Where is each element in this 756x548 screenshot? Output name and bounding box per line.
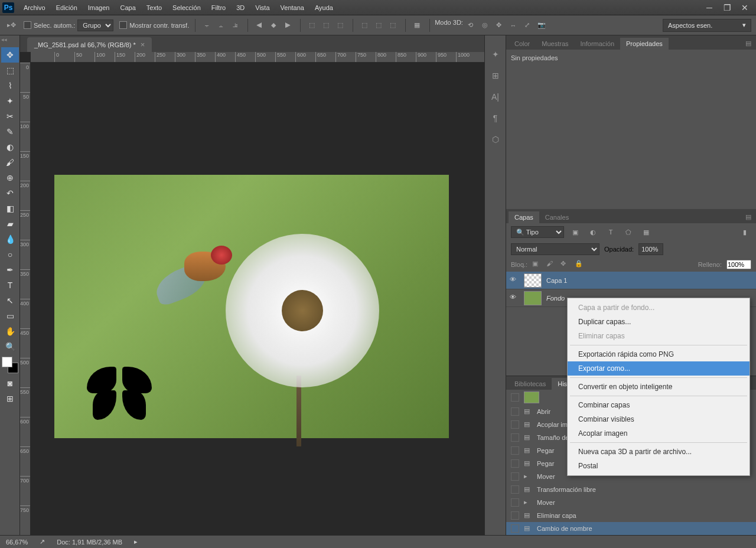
dist-4-icon[interactable]: ⬚ [358,19,371,32]
path-tool[interactable]: ↖ [1,293,19,308]
3d-scale-icon[interactable]: ⤢ [521,19,534,32]
close-button[interactable]: ✕ [736,1,754,14]
history-check[interactable] [511,433,519,442]
menu-item[interactable]: Combinar visibles [568,412,750,426]
layer-row[interactable]: 👁Capa 1 [506,272,756,289]
magic-wand-tool[interactable]: ✦ [1,93,19,109]
panel-menu-icon[interactable]: ▤ [743,211,754,223]
blur-tool[interactable]: 💧 [1,231,19,247]
maximize-button[interactable]: ❐ [718,1,736,14]
menu-ayuda[interactable]: Ayuda [310,2,338,13]
zoom-tool[interactable]: 🔍 [1,339,19,354]
history-item[interactable]: ▸Mover [506,496,756,509]
history-check[interactable] [511,420,519,429]
show-transform-checkbox[interactable] [119,21,127,29]
history-check[interactable] [511,485,519,494]
3d-orbit-icon[interactable]: ⟲ [464,19,477,32]
eraser-tool[interactable]: ◧ [1,201,19,216]
visibility-icon[interactable]: 👁 [510,276,519,285]
canvas[interactable] [31,63,484,535]
auto-select-dropdown[interactable]: Grupo [77,19,113,31]
layer-name[interactable]: Capa 1 [546,277,567,284]
opacity-input[interactable] [638,243,663,255]
history-item[interactable]: ▤Cambio de nombre [506,522,756,535]
menu-edición[interactable]: Edición [51,2,82,13]
panel-menu-icon[interactable]: ▤ [743,37,754,50]
history-check[interactable] [511,393,519,402]
3d-slide-icon[interactable]: ↔ [507,19,520,32]
align-vcenter-icon[interactable]: ⫠ [214,19,227,32]
menu-item[interactable]: Acoplar imagen [568,426,750,441]
menu-item[interactable]: Nueva capa 3D a partir de archivo... [568,445,750,459]
crop-tool[interactable]: ✂ [1,109,19,124]
history-item[interactable]: ▤Eliminar capa [506,509,756,522]
menu-item[interactable]: Convertir en objeto inteligente [568,380,750,394]
toolbox-collapse-icon[interactable]: ◂◂ [1,37,7,43]
tab-propiedades[interactable]: Propiedades [620,38,669,50]
history-check[interactable] [511,459,519,468]
filter-shape-icon[interactable]: ⬠ [622,226,635,239]
tab-capas[interactable]: Capas [509,211,539,223]
align-top-icon[interactable]: ⫟ [200,19,213,32]
rectangle-tool[interactable]: ▭ [1,308,19,324]
layer-name[interactable]: Fondo [546,295,565,302]
menu-vista[interactable]: Vista [250,2,274,13]
dist-5-icon[interactable]: ⬚ [372,19,385,32]
3d-roll-icon[interactable]: ◎ [478,19,491,32]
3d-pan-icon[interactable]: ✥ [493,19,506,32]
lock-brush-icon[interactable]: 🖌 [546,260,556,269]
menu-archivo[interactable]: Archivo [19,2,50,13]
close-icon[interactable]: × [141,40,145,49]
3d-icon[interactable]: ⬡ [488,132,503,146]
paragraph-icon[interactable]: ¶ [488,111,503,125]
menu-imagen[interactable]: Imagen [83,2,115,13]
history-check[interactable] [511,511,519,520]
menu-selección[interactable]: Selección [168,2,206,13]
blend-mode-dropdown[interactable]: Normal [511,243,599,255]
auto-select-checkbox[interactable] [24,21,31,29]
history-check[interactable] [511,498,519,507]
dodge-tool[interactable]: ○ [1,247,19,262]
fill-input[interactable] [726,260,751,269]
menu-ventana[interactable]: Ventana [276,2,309,13]
tab-color[interactable]: Color [509,38,536,50]
stamp-tool[interactable]: ⊕ [1,170,19,185]
menu-item[interactable]: Combinar capas [568,398,750,412]
eyedropper-tool[interactable]: ✎ [1,124,19,139]
minimize-button[interactable]: ─ [700,1,718,14]
tab-muestras[interactable]: Muestras [536,38,574,50]
menu-item[interactable]: Duplicar capas... [568,315,750,329]
filter-smart-icon[interactable]: ▦ [640,226,653,239]
filter-image-icon[interactable]: ▣ [569,226,582,239]
history-item[interactable]: ▤Transformación libre [506,483,756,496]
menu-3d[interactable]: 3D [232,2,249,13]
dist-3-icon[interactable]: ⬚ [334,19,347,32]
history-check[interactable] [511,472,519,481]
status-icon[interactable]: ↗ [40,538,45,546]
color-swatches[interactable] [2,357,18,373]
tab-canales[interactable]: Canales [539,211,575,223]
lasso-tool[interactable]: ⌇ [1,78,19,93]
zoom-level[interactable]: 66,67% [6,539,28,546]
foreground-color[interactable] [2,357,12,367]
menu-item[interactable]: Exportación rápida como PNG [568,347,750,361]
auto-align-icon[interactable]: ▦ [410,19,423,32]
align-hcenter-icon[interactable]: ◆ [267,19,280,32]
pen-tool[interactable]: ✒ [1,262,19,278]
align-left-icon[interactable]: ⯇ [253,19,266,32]
menu-item[interactable]: Postal [568,459,750,473]
type-tool[interactable]: T [1,278,19,293]
filter-toggle[interactable]: ▮ [738,226,751,239]
history-check[interactable] [511,407,519,416]
tab-bibliotecas[interactable]: Bibliotecas [509,378,552,390]
dist-1-icon[interactable]: ⬚ [305,19,318,32]
healing-tool[interactable]: ◐ [1,139,19,155]
align-right-icon[interactable]: ⯈ [281,19,294,32]
document-tab[interactable]: _MG_2581.psd al 66,7% (RGB/8) * × [27,37,152,52]
status-arrow-icon[interactable]: ▸ [134,538,138,546]
3d-camera-icon[interactable]: 📷 [535,19,548,32]
menu-texto[interactable]: Texto [142,2,167,13]
history-brush-tool[interactable]: ↶ [1,185,19,201]
layer-filter-dropdown[interactable]: 🔍 Tipo [511,226,564,238]
hand-tool[interactable]: ✋ [1,324,19,339]
